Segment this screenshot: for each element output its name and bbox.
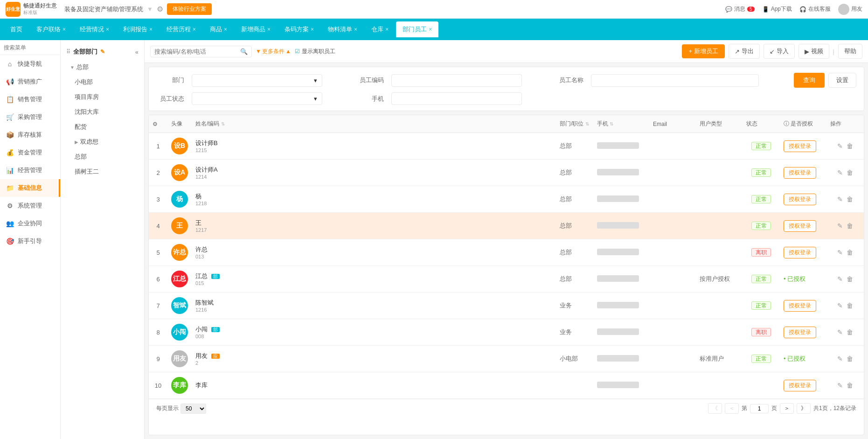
help-button[interactable]: 帮助: [838, 44, 862, 59]
sidebar-item-purchase[interactable]: 🛒 采购管理: [0, 108, 60, 126]
nav-item-new-goods[interactable]: 新增商品 ×: [235, 21, 277, 37]
dept-collapse-icon[interactable]: «: [135, 49, 139, 56]
export-button[interactable]: ↗ 导出: [729, 44, 760, 59]
user-area[interactable]: 用友: [838, 4, 862, 15]
edit-icon[interactable]: ✎: [837, 382, 843, 389]
phone-filter-input[interactable]: [391, 92, 522, 105]
nav-close-new-goods[interactable]: ×: [267, 26, 271, 33]
edit-icon[interactable]: ✎: [837, 328, 843, 336]
sidebar-item-finance[interactable]: 💰 资金管理: [0, 144, 60, 161]
sidebar-item-marketing[interactable]: 📢 营销推广: [0, 73, 60, 91]
add-employee-button[interactable]: + 新增员工: [682, 44, 724, 58]
nav-item-warehouse[interactable]: 仓库 ×: [365, 21, 395, 37]
delete-icon[interactable]: 🗑: [847, 355, 853, 362]
delete-icon[interactable]: 🗑: [847, 249, 853, 256]
sidebar-item-collab[interactable]: 👥 企业协同: [0, 215, 60, 232]
query-button[interactable]: 查询: [794, 73, 825, 88]
delete-icon[interactable]: 🗑: [847, 222, 853, 230]
nav-close-bom[interactable]: ×: [354, 26, 357, 33]
dept-item-zongbu[interactable]: ▼ 总部: [61, 60, 144, 75]
dept-item-peihu[interactable]: 配货: [61, 119, 144, 134]
show-resigned-toggle[interactable]: ☑ 显示离职员工: [295, 48, 335, 56]
sidebar-item-inventory[interactable]: 📦 库存核算: [0, 126, 60, 144]
auth-button[interactable]: 授权登录: [784, 247, 816, 258]
emp-name-input[interactable]: [591, 74, 759, 87]
delete-icon[interactable]: 🗑: [847, 195, 853, 203]
auth-button[interactable]: 授权登录: [784, 220, 816, 232]
nav-item-home[interactable]: 首页: [4, 21, 29, 37]
search-input[interactable]: [154, 48, 238, 55]
sidebar-item-quicknav[interactable]: ⌂ 快捷导航: [0, 55, 60, 73]
th-settings[interactable]: ⚙: [149, 115, 167, 133]
sidebar-item-sales[interactable]: 📋 销售管理: [0, 91, 60, 108]
nav-item-history[interactable]: 经营历程 ×: [160, 21, 202, 37]
delete-icon[interactable]: 🗑: [847, 142, 853, 150]
page-number-input[interactable]: [750, 404, 769, 413]
sidebar-item-guide[interactable]: 🎯 新手引导: [0, 232, 60, 250]
edit-icon[interactable]: ✎: [837, 195, 843, 203]
dept-item-chushu[interactable]: 插树王二: [61, 164, 144, 179]
edit-icon[interactable]: ✎: [837, 222, 843, 230]
nav-close-customer[interactable]: ×: [62, 26, 66, 33]
nav-item-operation[interactable]: 经营情况 ×: [73, 21, 116, 37]
sidebar-item-basic[interactable]: 📁 基础信息: [0, 179, 60, 197]
delete-icon[interactable]: 🗑: [847, 328, 853, 336]
emp-code-input[interactable]: [391, 74, 522, 87]
delete-icon[interactable]: 🗑: [847, 169, 853, 176]
edit-icon[interactable]: ✎: [837, 142, 843, 150]
settings-icon[interactable]: ⚙: [157, 5, 163, 14]
messages-button[interactable]: 💬 消息 5: [725, 5, 755, 13]
nav-close-operation[interactable]: ×: [106, 26, 109, 33]
dept-item-xiaodian[interactable]: 小电部: [61, 75, 144, 90]
nav-close-history[interactable]: ×: [193, 26, 196, 33]
delete-icon[interactable]: 🗑: [847, 382, 853, 389]
first-page-button[interactable]: 《: [708, 403, 722, 414]
nav-item-profit[interactable]: 利润报告 ×: [117, 21, 159, 37]
nav-item-customer[interactable]: 客户联络 ×: [30, 21, 72, 37]
auth-button[interactable]: 授权登录: [784, 380, 816, 391]
auth-button[interactable]: 授权登录: [784, 167, 816, 179]
nav-item-barcode[interactable]: 条码方案 ×: [278, 21, 320, 37]
edit-icon[interactable]: ✎: [837, 355, 843, 362]
nav-item-employee[interactable]: 部门员工 ×: [396, 21, 438, 37]
next-page-button[interactable]: ＞: [780, 403, 794, 414]
nav-close-employee[interactable]: ×: [429, 26, 432, 33]
edit-icon[interactable]: ✎: [837, 302, 843, 309]
auth-button[interactable]: 授权登录: [784, 140, 816, 152]
set-button[interactable]: 设置: [828, 73, 856, 88]
auth-button[interactable]: 授权登录: [784, 327, 816, 338]
nav-close-profit[interactable]: ×: [149, 26, 153, 33]
view-button[interactable]: ▶ 视频: [799, 44, 829, 59]
page-size-select[interactable]: 50 100 200: [181, 404, 206, 414]
sidebar-item-system[interactable]: ⚙ 系统管理: [0, 197, 60, 215]
nav-close-barcode[interactable]: ×: [311, 26, 314, 33]
th-dept[interactable]: 部门/职位 ⇅: [556, 115, 593, 133]
online-service-button[interactable]: 🎧 在线客服: [799, 5, 831, 13]
trial-button[interactable]: 体验行业方案: [167, 3, 212, 15]
dept-item-kuroom[interactable]: 项目库房: [61, 90, 144, 105]
last-page-button[interactable]: 》: [797, 403, 811, 414]
auth-button[interactable]: 授权登录: [784, 194, 816, 205]
delete-icon[interactable]: 🗑: [847, 275, 853, 283]
dept-item-shuanglv[interactable]: ▶ 双虑想: [61, 134, 144, 149]
nav-close-warehouse[interactable]: ×: [385, 26, 389, 33]
sidebar-item-biz[interactable]: 📊 经营管理: [0, 161, 60, 179]
nav-item-bom[interactable]: 物料清单 ×: [321, 21, 364, 37]
auth-button[interactable]: 授权登录: [784, 300, 816, 312]
import-button[interactable]: ↙ 导入: [764, 44, 795, 59]
dept-filter-select[interactable]: ▾: [192, 74, 322, 87]
nav-close-goods[interactable]: ×: [224, 26, 227, 33]
dept-edit-icon[interactable]: ✎: [100, 49, 105, 55]
dept-item-shenyang[interactable]: 沈阳大库: [61, 105, 144, 119]
edit-icon[interactable]: ✎: [837, 249, 843, 256]
app-download-button[interactable]: 📱 App下载: [762, 5, 792, 13]
delete-icon[interactable]: 🗑: [847, 302, 853, 309]
edit-icon[interactable]: ✎: [837, 275, 843, 283]
dept-item-zongbu2[interactable]: 总部: [61, 149, 144, 164]
th-name[interactable]: 姓名/编码 ⇅: [192, 115, 556, 133]
nav-item-goods[interactable]: 商品 ×: [203, 21, 234, 37]
more-conditions-button[interactable]: ▼ 更多条件 ▲: [256, 48, 291, 56]
sidebar-search-input[interactable]: [4, 44, 61, 51]
th-phone[interactable]: 手机 ⇅: [593, 115, 649, 133]
emp-status-select[interactable]: ▾: [192, 92, 322, 105]
